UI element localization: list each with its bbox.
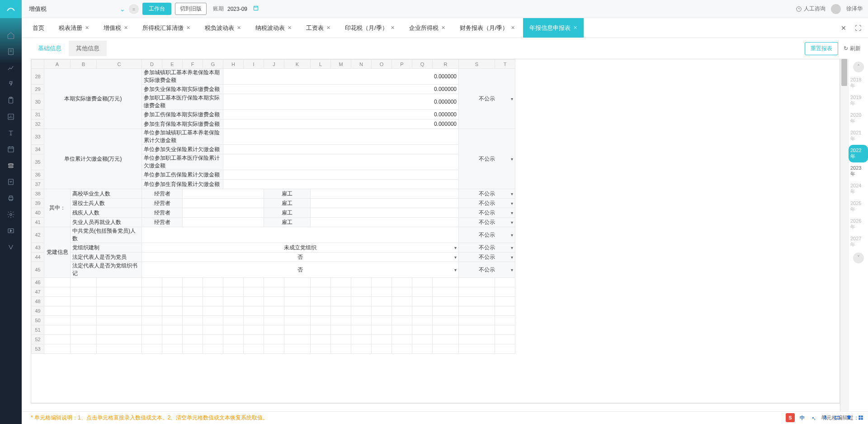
row-number[interactable]: 31 — [32, 110, 44, 119]
column-header[interactable]: G — [203, 60, 223, 69]
empty-cell[interactable] — [244, 287, 264, 297]
empty-cell[interactable] — [495, 316, 515, 325]
empty-cell[interactable] — [142, 287, 162, 297]
empty-cell[interactable] — [223, 325, 244, 335]
empty-cell[interactable] — [183, 344, 203, 354]
empty-cell[interactable] — [44, 325, 71, 335]
row-number[interactable]: 32 — [32, 119, 44, 129]
empty-cell[interactable] — [433, 325, 459, 335]
empty-cell[interactable] — [412, 325, 433, 335]
row-number[interactable]: 47 — [32, 287, 44, 297]
not-public-select[interactable]: 不公示 — [459, 262, 515, 278]
row-number[interactable]: 43 — [32, 243, 44, 252]
empty-cell[interactable] — [412, 316, 433, 325]
empty-cell[interactable] — [44, 278, 71, 287]
empty-cell[interactable] — [97, 335, 142, 344]
column-header[interactable]: H — [223, 60, 244, 69]
empty-cell[interactable] — [183, 316, 203, 325]
column-header[interactable]: P — [392, 60, 412, 69]
row-number[interactable]: 37 — [32, 180, 44, 189]
empty-cell[interactable] — [203, 344, 223, 354]
not-public-select[interactable]: 不公示 — [459, 218, 515, 227]
value-cell[interactable] — [311, 189, 459, 199]
period-value[interactable]: 2023-09 — [227, 6, 247, 12]
column-header[interactable]: K — [284, 60, 311, 69]
row-number[interactable]: 35 — [32, 154, 44, 170]
empty-cell[interactable] — [495, 306, 515, 316]
empty-cell[interactable] — [162, 325, 183, 335]
yesno-select[interactable]: 否 — [142, 252, 459, 262]
tab-close-icon[interactable]: ✕ — [85, 25, 89, 31]
nav-v-icon[interactable] — [0, 239, 22, 255]
empty-cell[interactable] — [244, 335, 264, 344]
empty-cell[interactable] — [203, 335, 223, 344]
close-all-tabs-button[interactable]: ✕ — [838, 23, 849, 33]
nav-text-icon[interactable] — [0, 125, 22, 141]
row-number[interactable]: 41 — [32, 218, 44, 227]
empty-cell[interactable] — [223, 316, 244, 325]
empty-cell[interactable] — [495, 287, 515, 297]
empty-cell[interactable] — [162, 344, 183, 354]
empty-cell[interactable] — [495, 335, 515, 344]
not-public-select[interactable]: 不公示 — [459, 243, 515, 252]
tab[interactable]: 税表清册✕ — [52, 18, 95, 38]
row-number[interactable]: 52 — [32, 335, 44, 344]
row-number[interactable]: 53 — [32, 344, 44, 354]
empty-cell[interactable] — [203, 297, 223, 306]
column-header[interactable]: B — [71, 60, 97, 69]
ime-mic-icon[interactable] — [821, 413, 830, 422]
empty-cell[interactable] — [372, 306, 392, 316]
column-header[interactable]: Q — [412, 60, 433, 69]
empty-cell[interactable] — [351, 306, 372, 316]
empty-cell[interactable] — [244, 325, 264, 335]
username[interactable]: 徐泽华 — [846, 5, 863, 13]
empty-cell[interactable] — [264, 297, 284, 306]
row-number[interactable]: 38 — [32, 189, 44, 199]
empty-cell[interactable] — [264, 325, 284, 335]
empty-cell[interactable] — [412, 306, 433, 316]
value-cell[interactable]: 0.000000 — [223, 94, 459, 110]
empty-cell[interactable] — [244, 344, 264, 354]
tab-close-icon[interactable]: ✕ — [573, 25, 577, 31]
empty-cell[interactable] — [351, 335, 372, 344]
tab-close-icon[interactable]: ✕ — [391, 25, 395, 31]
tab-close-icon[interactable]: ✕ — [326, 25, 330, 31]
empty-cell[interactable] — [223, 344, 244, 354]
empty-cell[interactable] — [331, 287, 351, 297]
subtab[interactable]: 基础信息 — [31, 41, 69, 56]
empty-cell[interactable] — [372, 344, 392, 354]
tab-close-icon[interactable]: ✕ — [288, 25, 292, 31]
empty-cell[interactable] — [372, 297, 392, 306]
empty-cell[interactable] — [311, 306, 331, 316]
refresh-button[interactable]: ↻ 刷新 — [844, 45, 861, 52]
calendar-icon[interactable] — [253, 5, 259, 13]
nav-calendar-icon[interactable] — [0, 141, 22, 157]
empty-cell[interactable] — [495, 344, 515, 354]
empty-cell[interactable] — [433, 316, 459, 325]
empty-cell[interactable] — [495, 325, 515, 335]
empty-cell[interactable] — [392, 344, 412, 354]
tab[interactable]: 工资表✕ — [300, 18, 337, 38]
column-header[interactable]: D — [142, 60, 162, 69]
column-header[interactable]: T — [495, 60, 515, 69]
empty-cell[interactable] — [142, 306, 162, 316]
not-public-select[interactable]: 不公示 — [459, 69, 515, 129]
empty-cell[interactable] — [71, 325, 97, 335]
empty-cell[interactable] — [44, 335, 71, 344]
empty-cell[interactable] — [495, 297, 515, 306]
not-public-select[interactable]: 不公示 — [459, 252, 515, 262]
empty-cell[interactable] — [351, 344, 372, 354]
empty-cell[interactable] — [223, 335, 244, 344]
nav-print-icon[interactable] — [0, 190, 22, 206]
empty-cell[interactable] — [311, 344, 331, 354]
empty-cell[interactable] — [97, 287, 142, 297]
empty-cell[interactable] — [162, 306, 183, 316]
yesno-select[interactable]: 否 — [142, 262, 459, 278]
not-public-select[interactable]: 不公示 — [459, 189, 515, 199]
empty-cell[interactable] — [44, 306, 71, 316]
empty-cell[interactable] — [223, 287, 244, 297]
row-number[interactable]: 33 — [32, 129, 44, 145]
empty-cell[interactable] — [331, 297, 351, 306]
empty-cell[interactable] — [433, 278, 459, 287]
year-item[interactable]: 2022年 — [849, 145, 868, 162]
